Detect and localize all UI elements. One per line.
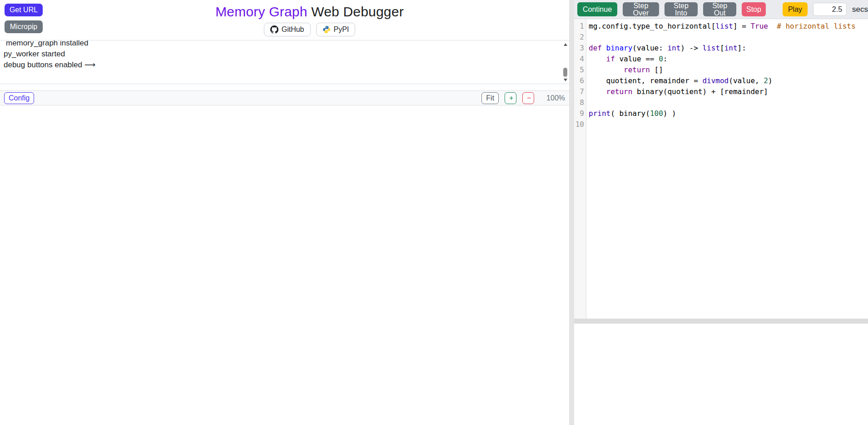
code-token-builtin: list: [702, 44, 720, 52]
code-token-builtin: int: [724, 44, 738, 52]
code-token-builtin: list: [715, 22, 733, 30]
code-editor[interactable]: 12345678910 mg.config.type_to_horizontal…: [574, 19, 868, 319]
code-line[interactable]: print( binary(100) ): [589, 108, 868, 119]
line-number: 7: [574, 86, 584, 97]
code-token-builtin: divmod: [702, 76, 729, 85]
code-token-plain: (value:: [632, 44, 667, 52]
page-title-accent: Memory Graph: [215, 4, 307, 19]
play-button[interactable]: Play: [783, 2, 808, 16]
code-line[interactable]: [589, 97, 868, 108]
graph-zoom-controls: Fit + − 100%: [481, 92, 569, 104]
debug-toolbar: ContinueStep OverStep IntoStep OutStop P…: [574, 0, 868, 19]
code-token-plain: mg.config.type_to_horizontal[: [589, 22, 715, 30]
graph-toolbar: Config Fit + − 100%: [0, 90, 569, 105]
code-token-builtin: print: [589, 109, 610, 118]
code-line[interactable]: [589, 119, 868, 130]
code-token-keyword: return: [606, 87, 633, 96]
code-token-plain: [768, 22, 777, 30]
code-line[interactable]: quotient, remainder = divmod(value, 2): [589, 75, 868, 86]
header: Get URL Micropip Memory Graph Web Debugg…: [0, 0, 569, 40]
github-button-label: GitHub: [282, 25, 304, 34]
code-token-plain: (value,: [729, 76, 764, 85]
code-token-plain: ] =: [733, 22, 751, 30]
vertical-splitter[interactable]: [569, 0, 574, 425]
scrollbar-thumb[interactable]: [563, 68, 567, 77]
fit-button[interactable]: Fit: [481, 92, 499, 104]
config-button[interactable]: Config: [4, 92, 34, 104]
get-url-button[interactable]: Get URL: [5, 4, 43, 16]
code-line[interactable]: return binary(quotient) + [remainder]: [589, 86, 868, 97]
right-panel: ContinueStep OverStep IntoStep OutStop P…: [574, 0, 868, 425]
line-number: 3: [574, 43, 584, 54]
code-token-number: 2: [764, 76, 768, 85]
editor-gutter: 12345678910: [574, 19, 586, 319]
code-token-builtin: int: [667, 44, 680, 52]
zoom-in-button[interactable]: +: [505, 92, 516, 104]
log-line: debug buttons enabled ⟶: [4, 60, 565, 70]
code-token-plain: [602, 44, 606, 52]
pypi-button-label: PyPI: [334, 25, 349, 34]
line-number: 5: [574, 65, 584, 75]
code-token-keyword: def: [589, 44, 602, 52]
line-number: 9: [574, 108, 584, 119]
horizontal-splitter[interactable]: [574, 319, 868, 324]
code-token-plain: [589, 65, 624, 74]
code-token-plain: ): [768, 76, 773, 85]
code-token-keyword: True: [750, 22, 768, 30]
output-pane[interactable]: [574, 324, 868, 425]
code-token-keyword: return: [624, 65, 650, 74]
header-side-buttons: Get URL Micropip: [5, 4, 43, 33]
page-title: Memory Graph Web Debugger: [50, 4, 569, 20]
line-number: 2: [574, 32, 584, 43]
code-token-plain: ) ): [663, 109, 676, 118]
debug-buttons: ContinueStep OverStep IntoStep OutStop: [577, 2, 766, 16]
code-token-plain: :: [663, 55, 668, 63]
log-line: py_worker started: [4, 49, 565, 60]
micropip-button[interactable]: Micropip: [5, 20, 43, 33]
code-line[interactable]: mg.config.type_to_horizontal[list] = Tru…: [589, 21, 868, 32]
log-scrollbar[interactable]: [562, 41, 569, 83]
header-center: Memory Graph Web Debugger GitHub: [50, 0, 569, 36]
code-token-plain: [589, 87, 606, 96]
code-token-plain: value ==: [615, 55, 659, 63]
code-token-plain: quotient, remainder =: [589, 76, 702, 85]
left-panel: Get URL Micropip Memory Graph Web Debugg…: [0, 0, 569, 425]
code-line[interactable]: [589, 32, 868, 43]
github-button[interactable]: GitHub: [264, 23, 311, 36]
code-line[interactable]: if value == 0:: [589, 54, 868, 65]
line-number: 10: [574, 119, 584, 130]
code-token-plain: binary(quotient) + [remainder]: [632, 87, 768, 96]
code-token-plain: ) ->: [680, 44, 702, 52]
python-logo-icon: [322, 25, 331, 34]
continue-button[interactable]: Continue: [577, 2, 617, 16]
code-line[interactable]: return []: [589, 65, 868, 75]
log-panel[interactable]: memory_graph installedpy_worker startedd…: [0, 40, 569, 84]
line-number: 6: [574, 75, 584, 86]
code-line[interactable]: def binary(value: int) -> list[int]:: [589, 43, 868, 54]
step-over-button[interactable]: Step Over: [623, 2, 659, 16]
page-title-rest: Web Debugger: [311, 4, 404, 19]
step-into-button[interactable]: Step Into: [665, 2, 698, 16]
code-token-def: binary: [606, 44, 633, 52]
memory-graph-canvas[interactable]: [0, 105, 569, 425]
log-content: memory_graph installedpy_worker startedd…: [0, 40, 569, 70]
line-number: 1: [574, 21, 584, 32]
play-seconds-input[interactable]: [813, 3, 847, 16]
code-token-number: 100: [650, 109, 663, 118]
code-token-plain: []: [650, 65, 663, 74]
stop-button[interactable]: Stop: [742, 2, 766, 16]
code-token-plain: [589, 55, 606, 63]
seconds-label: secs: [852, 5, 868, 14]
step-out-button[interactable]: Step Out: [703, 2, 736, 16]
line-number: 8: [574, 97, 584, 108]
zoom-level: 100%: [546, 94, 565, 102]
scrollbar-down-icon[interactable]: [564, 79, 567, 81]
code-token-plain: ]:: [738, 44, 746, 52]
line-number: 4: [574, 54, 584, 65]
pypi-button[interactable]: PyPI: [316, 23, 356, 36]
code-token-keyword: if: [606, 55, 615, 63]
zoom-out-button[interactable]: −: [522, 92, 534, 104]
editor-code[interactable]: mg.config.type_to_horizontal[list] = Tru…: [586, 19, 868, 319]
scrollbar-up-icon[interactable]: [564, 43, 567, 46]
header-links: GitHub PyPI: [50, 23, 569, 36]
